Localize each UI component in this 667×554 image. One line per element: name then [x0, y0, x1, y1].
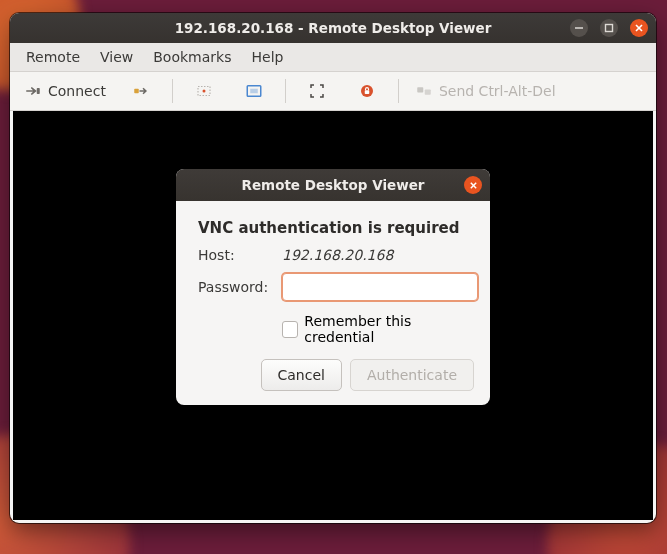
- svg-rect-4: [37, 88, 40, 94]
- svg-rect-1: [606, 25, 613, 32]
- dialog-body: VNC authentication is required Host: 192…: [176, 201, 490, 405]
- cancel-button[interactable]: Cancel: [261, 359, 342, 391]
- authenticate-button[interactable]: Authenticate: [350, 359, 474, 391]
- auth-form: Host: 192.168.20.168 Password: Remember …: [198, 247, 474, 345]
- disconnect-button[interactable]: [120, 77, 162, 105]
- fit-window-icon: [195, 82, 213, 100]
- menu-bookmarks[interactable]: Bookmarks: [143, 43, 241, 71]
- keyboard-keys-icon: [415, 82, 433, 100]
- svg-rect-11: [365, 90, 370, 94]
- dialog-heading: VNC authentication is required: [198, 219, 474, 237]
- authenticate-label: Authenticate: [367, 367, 457, 383]
- password-input[interactable]: [282, 273, 478, 301]
- view-only-button[interactable]: [346, 77, 388, 105]
- menu-label: Remote: [26, 49, 80, 65]
- fullscreen-icon: [245, 82, 263, 100]
- connect-button[interactable]: Connect: [18, 77, 112, 105]
- dialog-button-row: Cancel Authenticate: [192, 359, 474, 391]
- menu-label: Help: [251, 49, 283, 65]
- password-label: Password:: [198, 279, 274, 295]
- lock-icon: [358, 82, 376, 100]
- remember-checkbox[interactable]: [282, 321, 298, 338]
- fit-window-button[interactable]: [183, 77, 225, 105]
- svg-rect-13: [425, 90, 431, 95]
- send-ctrl-alt-del-button[interactable]: Send Ctrl-Alt-Del: [409, 77, 562, 105]
- window-controls: [570, 19, 648, 37]
- cancel-label: Cancel: [278, 367, 325, 383]
- screenshot-button[interactable]: [296, 77, 338, 105]
- titlebar[interactable]: 192.168.20.168 - Remote Desktop Viewer: [10, 13, 656, 43]
- menu-remote[interactable]: Remote: [16, 43, 90, 71]
- dialog-close-button[interactable]: [464, 176, 482, 194]
- toolbar-separator: [285, 79, 286, 103]
- svg-rect-12: [417, 87, 423, 92]
- svg-point-7: [202, 90, 205, 93]
- toolbar-separator: [172, 79, 173, 103]
- fullscreen-button[interactable]: [233, 77, 275, 105]
- window-title: 192.168.20.168 - Remote Desktop Viewer: [10, 20, 656, 36]
- host-value: 192.168.20.168: [282, 247, 478, 263]
- toolbar: Connect: [10, 72, 656, 111]
- connect-label: Connect: [48, 83, 106, 99]
- menubar: Remote View Bookmarks Help: [10, 43, 656, 72]
- plug-connect-icon: [24, 82, 42, 100]
- menu-label: View: [100, 49, 133, 65]
- dialog-title: Remote Desktop Viewer: [176, 177, 490, 193]
- toolbar-separator: [398, 79, 399, 103]
- maximize-button[interactable]: [600, 19, 618, 37]
- host-label: Host:: [198, 247, 274, 263]
- dialog-titlebar[interactable]: Remote Desktop Viewer: [176, 169, 490, 201]
- svg-rect-5: [134, 89, 139, 94]
- svg-rect-9: [250, 89, 258, 94]
- plug-disconnect-icon: [132, 82, 150, 100]
- menu-view[interactable]: View: [90, 43, 143, 71]
- remember-label: Remember this credential: [304, 313, 478, 345]
- send-cad-label: Send Ctrl-Alt-Del: [439, 83, 556, 99]
- auth-dialog: Remote Desktop Viewer VNC authentication…: [176, 169, 490, 405]
- menu-label: Bookmarks: [153, 49, 231, 65]
- main-window: 192.168.20.168 - Remote Desktop Viewer R…: [10, 13, 656, 523]
- minimize-button[interactable]: [570, 19, 588, 37]
- selection-brackets-icon: [308, 82, 326, 100]
- close-button[interactable]: [630, 19, 648, 37]
- menu-help[interactable]: Help: [241, 43, 293, 71]
